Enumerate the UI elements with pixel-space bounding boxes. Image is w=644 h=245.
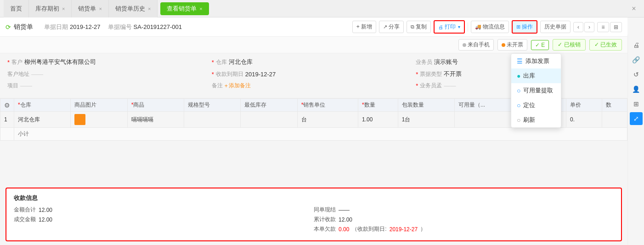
doc-number-value: SA-20191227-001 (134, 23, 182, 30)
confirm-button[interactable]: ✓ E (531, 40, 549, 50)
row-package-qty: 1台 (398, 112, 454, 128)
tab-home[interactable]: 首页 (4, 0, 29, 17)
payment-date-required: * (212, 71, 214, 78)
row-product: 嗝嗝嗝嗝 (127, 112, 184, 128)
warehouse-value[interactable]: 河北仓库 (229, 58, 253, 66)
verified-badge[interactable]: ✓ 已核销 (553, 39, 585, 51)
copy-button[interactable]: ⧉ 复制 (407, 21, 431, 33)
operate-button[interactable]: ⊞ 操作 (512, 20, 537, 34)
tab-sales-order[interactable]: 销货单 × (72, 0, 108, 17)
print-button[interactable]: 🖨 打印 ▾ (434, 20, 465, 34)
transaction-value: 12.00 (39, 217, 52, 223)
payment-info-section: 收款信息 金额合计 12.00 成交金额 12.00 同单现结 —— (6, 188, 622, 241)
effective-badge[interactable]: ✓ 已生效 (589, 39, 622, 51)
row-available (455, 112, 520, 128)
col-spec: 规格型号 (184, 99, 241, 112)
tab-inventory-init[interactable]: 库存期初 × (29, 0, 72, 17)
payment-date-value[interactable]: 2019-12-27 (245, 71, 276, 78)
balance-row: 本单欠款 0.00 （收款到期日: 2019-12-27 ） (314, 225, 614, 233)
invoice-type-label: 票据类型 (420, 70, 442, 78)
main-wrapper: ⟳ 销货单 单据日期 2019-12-27 单据编号 SA-20191227-0… (0, 17, 644, 245)
nav-next[interactable]: › (584, 22, 594, 32)
sidebar-user-icon[interactable]: 👤 (630, 83, 643, 96)
tab-bar: 首页 库存期初 × 销货单 × 销货单历史 × 查看销货单 × × (0, 0, 644, 17)
col-settings[interactable]: ⚙ (0, 99, 14, 112)
dropdown-outbound[interactable]: ● 出库 (511, 68, 561, 83)
tab-close-sales[interactable]: × (99, 6, 102, 11)
cumulative-label: 累计收款 (314, 216, 336, 223)
window-close-button[interactable]: × (627, 2, 640, 15)
row-spec (184, 112, 241, 128)
main-toolbar: ⟳ 销货单 单据日期 2019-12-27 单据编号 SA-20191227-0… (0, 17, 627, 37)
payment-date-field: * 收款到期日 2019-12-27 (212, 70, 416, 78)
nav-arrows: ‹ › (573, 22, 594, 32)
payment-info-right: 同单现结 —— 累计收款 12.00 本单欠款 0.00 （收款到期日: 201… (314, 206, 614, 235)
col-amount: 数 (602, 99, 627, 112)
settings-icon[interactable]: ⚙ (4, 102, 10, 109)
address-field: 客户地址 —— (7, 70, 212, 78)
tab-close-history[interactable]: × (148, 6, 151, 11)
doc-number-field: 单据编号 SA-20191227-001 (108, 23, 182, 31)
col-product-image: 商品图片 (71, 99, 127, 112)
add-note-button[interactable]: + 添加备注 (225, 82, 251, 90)
warehouse-required: * (212, 59, 214, 66)
view-list[interactable]: ≡ (597, 22, 609, 32)
sidebar-link-icon[interactable]: 🔗 (630, 53, 643, 66)
from-phone-button[interactable]: 来自手机 (458, 39, 494, 51)
tab-view-sales[interactable]: 查看销货单 × (160, 2, 209, 15)
add-note-label: 添加备注 (229, 82, 251, 90)
sales-emp-value: —— (444, 82, 456, 89)
add-invoice-label: 添加发票 (525, 57, 549, 65)
invoice-type-value[interactable]: 不开票 (444, 70, 462, 78)
view-grid[interactable]: ⊞ (610, 22, 622, 32)
col-warehouse: *仓库 (14, 99, 71, 112)
not-open-dot (502, 43, 505, 47)
total-value: 12.00 (39, 207, 52, 213)
doc-date-label: 单据日期 (44, 23, 68, 31)
product-thumbnail (74, 114, 85, 125)
transaction-label: 成交金额 (14, 216, 36, 223)
outbound-icon: ● (517, 72, 520, 80)
sidebar-refresh-icon[interactable]: ↺ (630, 68, 643, 81)
not-open-ticket-button[interactable]: 未开票 (497, 39, 527, 51)
warehouse-field: * 仓库 河北仓库 (212, 58, 416, 66)
nav-prev[interactable]: ‹ (573, 22, 583, 32)
col-package-qty: 包装数量 (398, 99, 454, 112)
sidebar-expand-icon[interactable]: ⤢ (630, 112, 643, 125)
doc-label: 销货单 (14, 23, 33, 31)
sidebar-print-icon[interactable]: 🖨 (630, 39, 643, 51)
customer-value[interactable]: 柳州粤港平安气体有限公司 (24, 58, 96, 66)
doc-date-field: 单据日期 2019-12-27 (44, 23, 101, 31)
tab-close-view-sales[interactable]: × (199, 6, 202, 11)
note-label: 备注 (212, 82, 223, 90)
tab-close-inventory[interactable]: × (62, 6, 65, 11)
add-invoice-icon: ☰ (517, 57, 523, 65)
sub-toolbar: 来自手机 未开票 ✓ E ✓ 已核销 ✓ 已生效 (0, 37, 627, 53)
doc-icon: ⟳ (6, 23, 11, 31)
tab-sales-history[interactable]: 销货单历史 × (109, 0, 158, 17)
payment-info-left: 金额合计 12.00 成交金额 12.00 (14, 206, 314, 235)
new-button[interactable]: + 新增 (352, 21, 376, 33)
locate-icon: ○ (517, 102, 520, 109)
balance-label: 本单欠款 (314, 225, 336, 233)
dropdown-add-invoice[interactable]: ☰ 添加发票 (511, 54, 561, 68)
dropdown-locate[interactable]: ○ 定位 (511, 98, 561, 113)
total-row: 金额合计 12.00 (14, 206, 314, 214)
payment-info-title: 收款信息 (14, 194, 614, 202)
available-qty-label: 可用量提取 (523, 86, 553, 95)
row-index: 1 (0, 112, 14, 128)
dropdown-available-qty[interactable]: ○ 可用量提取 (511, 83, 561, 98)
sales-emp-label: 业务员孟 (420, 82, 442, 90)
right-sidebar: 🖨 🔗 ↺ 👤 ⊞ ⤢ (627, 35, 644, 245)
doc-meta: 单据日期 2019-12-27 单据编号 SA-20191227-001 (44, 23, 182, 31)
dropdown-refresh[interactable]: ○ 刷新 (511, 113, 561, 127)
balance-value: 0.00 (339, 226, 349, 233)
logistics-button[interactable]: 🚚 物流信息 (471, 21, 509, 33)
content-area: ⟳ 销货单 单据日期 2019-12-27 单据编号 SA-20191227-0… (0, 17, 627, 245)
sidebar-grid-icon[interactable]: ⊞ (630, 97, 643, 110)
history-button[interactable]: 历史单据 (540, 21, 571, 33)
col-min-stock: 最低库存 (241, 99, 297, 112)
cumulative-row: 累计收款 12.00 (314, 216, 614, 223)
same-order-value: —— (339, 207, 350, 213)
share-button[interactable]: ↗ 分享 (379, 21, 404, 33)
